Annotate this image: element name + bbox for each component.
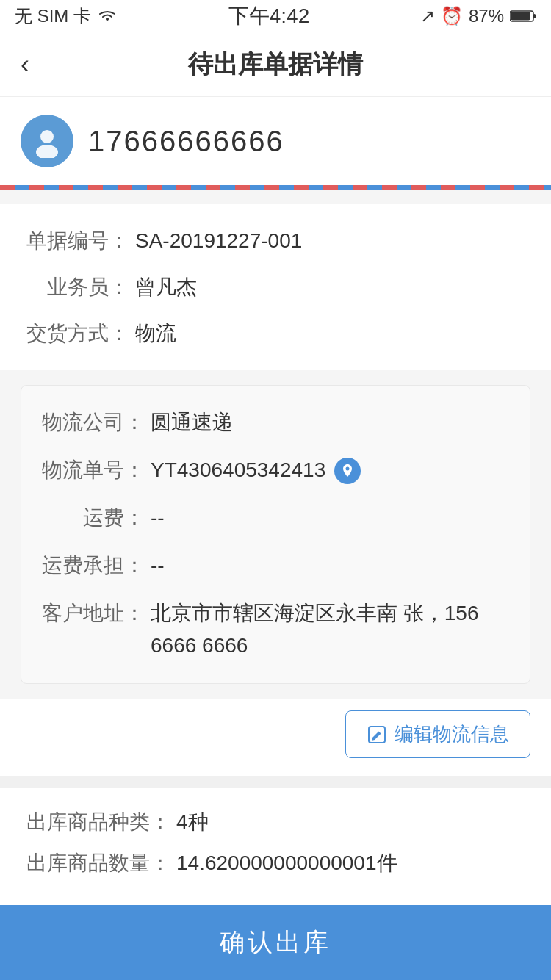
- confirm-outbound-button[interactable]: 确认出库: [220, 926, 331, 959]
- delivery-method-row: 交货方式： 物流: [26, 317, 525, 350]
- svg-point-3: [40, 130, 54, 143]
- battery-label: 87%: [469, 6, 504, 26]
- freight-bearer-label: 运费承担：: [42, 550, 145, 583]
- nav-bar: ‹ 待出库单据详情: [0, 32, 551, 97]
- location-arrow-icon: ↗: [420, 6, 435, 26]
- svg-rect-1: [533, 14, 536, 18]
- map-pin-icon: [339, 463, 356, 479]
- freight-label: 运费：: [42, 502, 145, 535]
- logistics-company-value: 圆通速递: [145, 406, 509, 439]
- status-time: 下午4:42: [228, 2, 310, 30]
- sales-person-label: 业务员：: [26, 271, 129, 304]
- avatar: [21, 115, 73, 167]
- address-value: 北京市市辖区海淀区永丰南 张，156 6666 6666: [145, 597, 509, 663]
- logistics-company-row: 物流公司： 圆通速递: [42, 406, 509, 439]
- goods-types-label: 出库商品种类：: [26, 808, 170, 836]
- main-content: 17666666666 单据编号： SA-20191227-001 业务员： 曾…: [0, 97, 551, 980]
- tracking-no-label: 物流单号：: [42, 454, 145, 487]
- edit-btn-container: 编辑物流信息: [0, 699, 551, 776]
- alarm-icon: ⏰: [441, 6, 463, 26]
- address-label: 客户地址：: [42, 597, 145, 630]
- document-no-row: 单据编号： SA-20191227-001: [26, 225, 525, 258]
- delivery-method-value: 物流: [129, 317, 525, 350]
- edit-icon: [367, 724, 387, 745]
- logistics-company-label: 物流公司：: [42, 406, 145, 439]
- wifi-icon: [97, 9, 118, 24]
- goods-quantity-row: 出库商品数量： 14.620000000000001件: [26, 849, 525, 877]
- user-avatar-icon: [30, 124, 64, 158]
- status-left: 无 SIM 卡: [15, 4, 118, 28]
- delivery-method-label: 交货方式：: [26, 317, 129, 350]
- freight-bearer-value: --: [145, 550, 509, 583]
- sales-person-value: 曾凡杰: [129, 271, 525, 304]
- goods-types-row: 出库商品种类： 4种: [26, 808, 525, 836]
- confirm-btn-container: 确认出库: [0, 905, 551, 980]
- page-title: 待出库单据详情: [188, 48, 363, 82]
- status-right: ↗ ⏰ 87%: [420, 6, 536, 26]
- customer-header: 17666666666: [0, 97, 551, 185]
- customer-phone: 17666666666: [88, 125, 284, 158]
- track-location-icon[interactable]: [334, 458, 361, 484]
- goods-quantity-value: 14.620000000000001件: [170, 849, 397, 877]
- svg-point-5: [346, 466, 350, 470]
- section-divider: [0, 776, 551, 788]
- document-no-value: SA-20191227-001: [129, 225, 525, 258]
- status-bar: 无 SIM 卡 下午4:42 ↗ ⏰ 87%: [0, 0, 551, 32]
- goods-quantity-label: 出库商品数量：: [26, 849, 170, 877]
- carrier-label: 无 SIM 卡: [15, 4, 91, 28]
- battery-icon: [510, 10, 536, 23]
- order-info-card: 单据编号： SA-20191227-001 业务员： 曾凡杰 交货方式： 物流: [0, 204, 551, 370]
- sales-person-row: 业务员： 曾凡杰: [26, 271, 525, 304]
- tracking-no-row: 物流单号： YT4306405342413: [42, 454, 509, 487]
- back-button[interactable]: ‹: [21, 49, 29, 80]
- edit-logistics-button[interactable]: 编辑物流信息: [345, 710, 530, 758]
- logistics-card: 物流公司： 圆通速递 物流单号： YT4306405342413 运费： -- …: [21, 385, 530, 684]
- freight-bearer-row: 运费承担： --: [42, 550, 509, 583]
- goods-summary: 出库商品种类： 4种 出库商品数量： 14.620000000000001件: [0, 788, 551, 898]
- goods-types-value: 4种: [170, 808, 209, 836]
- dashed-separator: [0, 185, 551, 190]
- svg-point-4: [36, 145, 58, 158]
- svg-rect-2: [511, 12, 530, 21]
- freight-value: --: [145, 502, 509, 535]
- document-no-label: 单据编号：: [26, 225, 129, 258]
- freight-row: 运费： --: [42, 502, 509, 535]
- tracking-no-value: YT4306405342413: [145, 454, 509, 487]
- address-row: 客户地址： 北京市市辖区海淀区永丰南 张，156 6666 6666: [42, 597, 509, 663]
